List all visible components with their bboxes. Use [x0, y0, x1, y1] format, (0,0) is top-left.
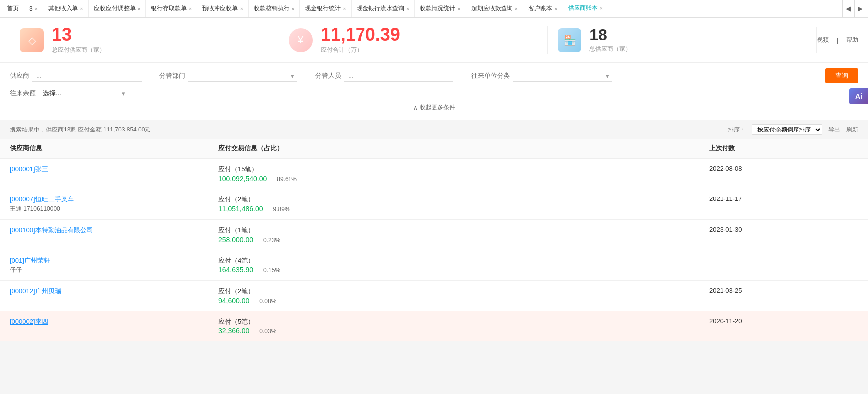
filter-dept: 分管部门	[159, 70, 297, 82]
balance-select[interactable]: 选择...	[39, 87, 128, 99]
sort-label: 排序：	[728, 126, 746, 134]
result-bar: 搜索结果中，供应商13家 应付金额 111,703,854.00元 排序： 按应…	[0, 120, 868, 139]
dept-select[interactable]	[188, 70, 297, 82]
close-tab-collection-audit[interactable]: ×	[291, 6, 294, 12]
nav-tab-collection-audit[interactable]: 收款核销执行×	[249, 0, 300, 18]
total-payable-suppliers-label: 总应付供应商（家）	[52, 46, 105, 54]
card-content-total: 18 总供应商（家）	[589, 27, 631, 53]
filter-row-1: 供应商 分管部门 分管人员 往来单位分类 查询	[10, 68, 858, 83]
tx-row-4: 94,600.000.08%	[218, 297, 709, 305]
summary-card-total-suppliers: 🏪 18 总供应商（家）	[548, 27, 817, 53]
close-tab-overdue-query[interactable]: ×	[515, 6, 518, 12]
nav-tab-bank-deposit[interactable]: 银行存取款单×	[146, 0, 197, 18]
nav-tab-home[interactable]: 首页	[2, 0, 24, 18]
close-tab-cash-bank-flow[interactable]: ×	[406, 6, 409, 12]
person-filter-label: 分管人员	[315, 71, 341, 80]
nav-tab-ar-adjust[interactable]: 应收应付调整单×	[89, 0, 146, 18]
header-supplier: 供应商信息	[10, 144, 218, 153]
tx-label-2: 应付（1笔）	[218, 226, 709, 235]
close-tab-supplier-account[interactable]: ×	[600, 5, 603, 11]
nav-tab-customer-account[interactable]: 客户账本×	[523, 0, 563, 18]
supplier-col-2: [000100]本特勤油品有限公司	[10, 226, 218, 235]
supplier-input[interactable]	[32, 70, 142, 82]
nav-tab-supplier-account[interactable]: 供应商账本×	[563, 0, 608, 18]
tx-row-5: 32,366.000.03%	[218, 327, 709, 335]
supplier-link-3[interactable]: [001]广州荣轩	[10, 257, 50, 264]
close-tab-bank-deposit[interactable]: ×	[189, 6, 192, 12]
help-link[interactable]: 帮助	[846, 36, 858, 44]
tx-amount-0[interactable]: 100,092,540.00	[218, 175, 267, 183]
top-right-links: 视频 | 帮助	[817, 36, 858, 44]
total-payable-amount: 11,170.39	[321, 26, 400, 44]
tx-label-0: 应付（15笔）	[218, 165, 709, 174]
close-tab-ar-adjust[interactable]: ×	[138, 6, 141, 12]
ai-badge[interactable]: Ai	[849, 88, 868, 104]
transaction-col-5: 应付（5笔）32,366.000.03%	[218, 317, 709, 335]
close-tab-other-income[interactable]: ×	[80, 6, 83, 12]
nav-tab-cash-bank-flow[interactable]: 现金银行流水查询×	[352, 0, 415, 18]
filter-category: 往来单位分类	[471, 70, 612, 82]
nav-prev-arrow[interactable]: ◀	[842, 0, 854, 18]
supplier-col-3: [001]广州荣轩仔仔	[10, 256, 218, 274]
tx-row-0: 100,092,540.0089.61%	[218, 175, 709, 183]
top-navigation: 首页3×其他收入单×应收应付调整单×银行存取款单×预收冲应收单×收款核销执行×现…	[0, 0, 868, 18]
filter-row-2: 往来余额 选择...	[10, 87, 858, 99]
nav-tab-overdue-query[interactable]: 超期应收款查询×	[466, 0, 523, 18]
total-suppliers-label: 总供应商（家）	[589, 45, 631, 53]
sort-select[interactable]: 按应付余额倒序排序	[752, 124, 822, 135]
tx-amount-3[interactable]: 164,635.90	[218, 266, 253, 274]
tx-row-1: 11,051,486.009.89%	[218, 205, 709, 213]
dept-filter-label: 分管部门	[159, 71, 185, 80]
category-select[interactable]	[513, 70, 612, 82]
supplier-link-5[interactable]: [000002]李四	[10, 318, 48, 325]
lastpay-date-4: 2021-03-25	[709, 287, 742, 294]
table-row: [000100]本特勤油品有限公司应付（1笔）258,000.000.23%20…	[0, 220, 868, 250]
nav-tab-cash-bank-stat[interactable]: 现金银行统计×	[300, 0, 351, 18]
filter-supplier: 供应商	[10, 70, 142, 82]
collapse-button[interactable]: ∧ 收起更多条件	[404, 103, 464, 112]
person-input[interactable]	[344, 70, 453, 82]
table-row: [000001]张三应付（15笔）100,092,540.0089.61%202…	[0, 159, 868, 189]
supplier-col-5: [000002]李四	[10, 317, 218, 326]
supplier-col-4: [000012]广州贝瑞	[10, 287, 218, 296]
supplier-link-1[interactable]: [000007]恒旺二手叉车	[10, 196, 74, 203]
close-tab-customer-account[interactable]: ×	[554, 6, 557, 12]
nav-tab-other-income[interactable]: 其他收入单×	[43, 0, 88, 18]
close-tab-cash-bank-stat[interactable]: ×	[343, 6, 346, 12]
query-button[interactable]: 查询	[825, 68, 858, 83]
category-select-wrap	[513, 70, 612, 82]
supplier-link-4[interactable]: [000012]广州贝瑞	[10, 287, 61, 295]
collapse-chevron-icon: ∧	[413, 104, 418, 111]
nav-next-arrow[interactable]: ▶	[854, 0, 866, 18]
balance-filter-label: 往来余额	[10, 89, 36, 98]
result-actions: 排序： 按应付余额倒序排序 导出 刷新	[728, 124, 858, 135]
table-body: [000001]张三应付（15笔）100,092,540.0089.61%202…	[0, 159, 868, 341]
tx-pct-5: 0.03%	[259, 328, 276, 335]
result-summary: 搜索结果中，供应商13家 应付金额 111,703,854.00元	[10, 126, 150, 134]
lastpay-col-5: 2020-11-20	[709, 317, 808, 325]
close-tab-advance-collection[interactable]: ×	[240, 6, 243, 12]
close-tab-tab3[interactable]: ×	[35, 6, 38, 12]
supplier-link-2[interactable]: [000100]本特勤油品有限公司	[10, 226, 93, 234]
shop-icon: 🏪	[558, 28, 581, 52]
close-tab-collection-stat[interactable]: ×	[457, 6, 460, 12]
tx-amount-2[interactable]: 258,000.00	[218, 236, 253, 244]
supplier-link-0[interactable]: [000001]张三	[10, 165, 48, 173]
tx-amount-4[interactable]: 94,600.00	[218, 297, 249, 305]
lastpay-col-1: 2021-11-17	[709, 195, 808, 202]
nav-tab-tab3[interactable]: 3×	[24, 0, 43, 18]
tx-amount-5[interactable]: 32,366.00	[218, 327, 249, 335]
transaction-col-2: 应付（1笔）258,000.000.23%	[218, 226, 709, 244]
nav-tab-collection-stat[interactable]: 收款情况统计×	[415, 0, 466, 18]
tx-label-5: 应付（5笔）	[218, 317, 709, 326]
supplier-col-1: [000007]恒旺二手叉车王通 17106110000	[10, 195, 218, 213]
export-button[interactable]: 导出	[828, 126, 840, 134]
refresh-button[interactable]: 刷新	[846, 126, 858, 134]
total-payable-suppliers: 13	[52, 26, 105, 44]
video-link[interactable]: 视频	[817, 36, 829, 44]
transaction-col-0: 应付（15笔）100,092,540.0089.61%	[218, 165, 709, 183]
nav-tab-advance-collection[interactable]: 预收冲应收单×	[197, 0, 248, 18]
tx-amount-1[interactable]: 11,051,486.00	[218, 205, 263, 213]
lastpay-date-0: 2022-08-08	[709, 165, 742, 172]
card-content-amount: 11,170.39 应付合计（万）	[321, 26, 400, 54]
